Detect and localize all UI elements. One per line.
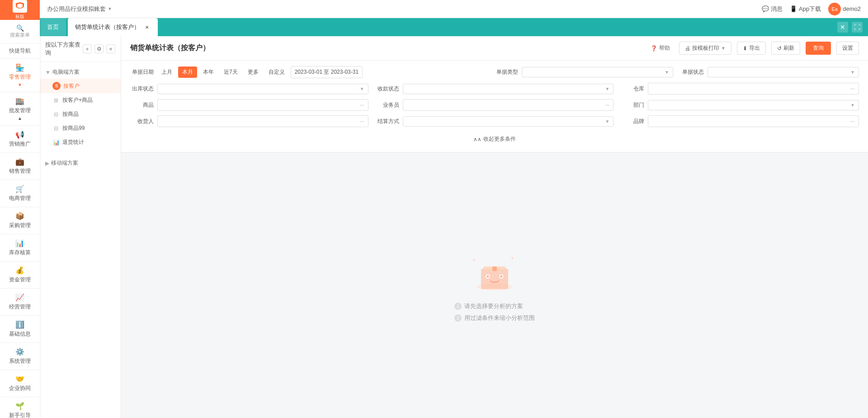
refresh-icon: ↺ (777, 45, 782, 52)
salesperson-label: 业务员 (376, 101, 399, 109)
empty-state: ✦ ✦ ✦ 1 请先选择要分析的方案 2 用过滤条件来缩小分析范围 (121, 152, 868, 418)
date-last-7days-btn[interactable]: 近7天 (220, 66, 242, 78)
product-select[interactable] (157, 99, 368, 111)
industry-selector[interactable]: 办公用品行业模拟账套 ▼ (47, 5, 112, 13)
sidebar-item-system[interactable]: ⚙️ 系统管理 (0, 343, 40, 370)
sidebar-item-marketing[interactable]: 📢 营销推广 (0, 126, 40, 153)
doc-status-select[interactable]: ▼ (708, 67, 859, 77)
doc-type-filter-cell: 单据类型 ▼ (495, 67, 673, 77)
sidebar-item-basic[interactable]: ℹ️ 基础信息 (0, 316, 40, 343)
settings-btn[interactable]: 设置 (836, 42, 859, 55)
department-dropdown-icon: ▼ (850, 103, 855, 108)
salesperson-filter-cell: 业务员 (376, 99, 614, 111)
header-left: 办公用品行业模拟账套 ▼ (47, 5, 112, 13)
tab-close-all-btn[interactable]: ✕ (837, 22, 848, 33)
date-this-year-btn[interactable]: 本年 (199, 66, 218, 78)
sidebar-item-finance[interactable]: 💰 资金管理 (0, 261, 40, 289)
sidebar-item-enterprise[interactable]: 🤝 企业协同 (0, 370, 40, 397)
sales-icon: 💼 (15, 157, 24, 166)
sub-sidebar-item-by-customer[interactable]: 客 按客户 (40, 79, 121, 93)
app-logo: 标版 (0, 0, 40, 20)
by-customer-label: 按客户 (63, 82, 80, 90)
sub-sidebar-item-by-product[interactable]: ⊟ 按商品 (40, 107, 121, 121)
tab-sales-stat[interactable]: 销货单统计表（按客户） ✕ (68, 18, 158, 36)
message-btn[interactable]: 💬 消息 (762, 5, 783, 13)
main-area: 办公用品行业模拟账套 ▼ 💬 消息 📱 App下载 Ea demo2 首页 (40, 0, 868, 418)
tab-home[interactable]: 首页 (40, 18, 66, 36)
brand-select[interactable] (648, 115, 859, 127)
sidebar-item-inventory[interactable]: 📊 库存核算 (0, 234, 40, 261)
doc-type-select[interactable]: ▼ (522, 67, 673, 77)
sidebar-item-retail[interactable]: 🏪 零售管理 ▼ (0, 59, 40, 92)
warehouse-select[interactable] (648, 83, 859, 95)
product-input (157, 99, 368, 111)
sub-sidebar-item-by-customer-product[interactable]: ⊞ 按客户+商品 (40, 93, 121, 107)
sub-sidebar-mobile-group: ▶ 移动端方案 (40, 153, 121, 173)
consignee-label: 收货人 (130, 118, 154, 125)
filter-area: 单据日期 上月 本月 本年 近7天 更多 自定义 2023-03-01 至 20… (121, 61, 868, 152)
sub-sidebar-item-return-stat[interactable]: 📊 退货统计 (40, 135, 121, 149)
department-label: 部门 (621, 101, 644, 109)
tip-num-1: 1 (454, 303, 462, 310)
department-select[interactable]: ▼ (648, 100, 859, 110)
settlement-select[interactable]: ▼ (403, 116, 614, 127)
sidebar-item-newbie[interactable]: 🌱 新手引导 (0, 397, 40, 418)
user-profile-btn[interactable]: Ea demo2 (828, 3, 861, 15)
date-last-month-btn[interactable]: 上月 (157, 66, 176, 78)
doc-status-input: ▼ (708, 67, 859, 77)
mobile-group-title[interactable]: ▶ 移动端方案 (40, 157, 121, 170)
message-icon: 💬 (762, 5, 769, 12)
empty-tip-1: 1 请先选择要分析的方案 (454, 302, 535, 310)
app-download-btn[interactable]: 📱 App下载 (790, 5, 821, 13)
page-title-bar: 销货单统计表（按客户） ❓ 帮助 🖨 按模板打印 ▼ ⬇ 导出 (121, 36, 868, 61)
sub-sidebar-settings-btn[interactable]: ⚙ (94, 44, 104, 53)
basic-icon: ℹ️ (15, 320, 24, 329)
export-btn[interactable]: ⬇ 导出 (737, 42, 766, 55)
date-more-btn[interactable]: 更多 (244, 66, 263, 78)
sidebar-item-operations[interactable]: 📈 经营管理 (0, 289, 40, 316)
query-btn[interactable]: 查询 (806, 42, 831, 55)
settlement-dropdown-icon: ▼ (605, 119, 609, 124)
finance-icon: 💰 (15, 266, 24, 275)
consignee-filter-cell: 收货人 (130, 115, 368, 127)
enterprise-icon: 🤝 (15, 375, 24, 383)
sub-sidebar-collapse-btn[interactable]: « (106, 44, 115, 53)
wholesale-arrow-icon: ▲ (18, 116, 22, 121)
doc-status-label: 单据状态 (680, 68, 704, 76)
doc-type-input: ▼ (522, 67, 673, 77)
export-icon: ⬇ (743, 45, 747, 52)
filter-row-1: 单据日期 上月 本月 本年 近7天 更多 自定义 2023-03-01 至 20… (130, 66, 859, 78)
doc-type-label: 单据类型 (495, 68, 518, 76)
desktop-group-title[interactable]: ▼ 电脑端方案 (40, 66, 121, 79)
out-status-select[interactable]: ▼ (157, 84, 368, 94)
empty-tips: 1 请先选择要分析的方案 2 用过滤条件来缩小分析范围 (454, 302, 535, 322)
tab-home-label: 首页 (47, 23, 59, 31)
sidebar-search[interactable]: 🔍 搜索菜单 (0, 20, 40, 43)
sub-sidebar: 按以下方案查询 ＋ ⚙ « ▼ 电脑端方案 客 按客户 ⊞ (40, 36, 121, 418)
tab-close-btn[interactable]: ✕ (143, 24, 151, 31)
doc-status-dropdown-icon: ▼ (850, 70, 855, 75)
sidebar-item-ecommerce[interactable]: 🛒 电商管理 (0, 180, 40, 207)
sub-sidebar-add-btn[interactable]: ＋ (83, 44, 92, 53)
help-btn[interactable]: ❓ 帮助 (647, 43, 674, 54)
sidebar-quick-nav[interactable]: 快捷导航 (0, 43, 40, 59)
mobile-group-label: 移动端方案 (51, 159, 78, 167)
sidebar-item-sales[interactable]: 💼 销售管理 (0, 153, 40, 180)
date-this-month-btn[interactable]: 本月 (178, 66, 197, 78)
brand-input (648, 115, 859, 127)
pay-status-dropdown-icon: ▼ (605, 86, 609, 91)
refresh-btn[interactable]: ↺ 刷新 (771, 42, 800, 55)
consignee-select[interactable] (157, 115, 368, 127)
filter-row-2: 出库状态 ▼ 收款状态 ▼ (130, 83, 859, 95)
collapse-filter-btn[interactable]: ∧∧ 收起更多条件 (130, 132, 859, 147)
tab-expand-btn[interactable]: ⛶ (852, 22, 863, 33)
sidebar-item-wholesale[interactable]: 🏬 批发管理 ▲ (0, 92, 40, 126)
sidebar-item-purchase[interactable]: 📦 采购管理 (0, 207, 40, 234)
pay-status-select[interactable]: ▼ (403, 84, 614, 94)
date-custom-btn[interactable]: 自定义 (264, 66, 289, 78)
print-btn[interactable]: 🖨 按模板打印 ▼ (679, 42, 731, 55)
product-label: 商品 (130, 101, 154, 109)
sub-sidebar-item-by-product-99[interactable]: ⊟ 按商品99 (40, 121, 121, 135)
salesperson-select[interactable] (403, 99, 614, 111)
date-range-input[interactable]: 2023-03-01 至 2023-03-31 (291, 66, 363, 78)
